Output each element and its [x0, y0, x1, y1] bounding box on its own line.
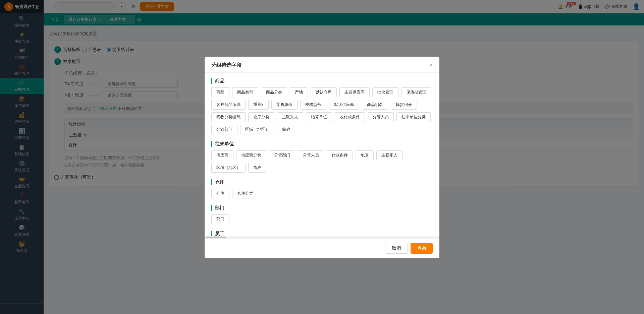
- field-tag-0-23[interactable]: 区域（地区）: [240, 125, 274, 134]
- field-section-4: 员工业务员: [211, 231, 433, 236]
- field-tag-0-18[interactable]: 结算单位: [306, 112, 332, 122]
- field-tag-1-5[interactable]: 地区: [356, 150, 374, 160]
- scrollbar-thumb-h: [206, 237, 226, 238]
- field-tag-0-20[interactable]: 分管人员: [368, 112, 394, 122]
- field-tag-1-6[interactable]: 主联系人: [376, 150, 402, 160]
- field-tag-0-5[interactable]: 主要供应商: [339, 87, 370, 97]
- field-tag-1-4[interactable]: 付款条件: [327, 150, 353, 160]
- field-tag-0-2[interactable]: 商品分类: [261, 87, 287, 97]
- field-tag-0-6[interactable]: 批次管理: [372, 87, 398, 97]
- field-tag-0-17[interactable]: 主联系人: [277, 112, 303, 122]
- field-tag-0-9[interactable]: 重量3: [248, 100, 269, 110]
- section-title-2: 仓库: [211, 179, 433, 185]
- cancel-button[interactable]: 取消: [385, 243, 408, 254]
- field-section-3: 部门部门: [211, 205, 433, 224]
- field-tag-0-15[interactable]: 税收分类编码: [211, 112, 246, 122]
- field-tag-0-1[interactable]: 商品类型: [232, 87, 258, 97]
- field-tag-0-10[interactable]: 零售单位: [271, 100, 298, 110]
- field-tag-0-16[interactable]: 仓库分类: [248, 112, 274, 122]
- field-tags-1: 供应商供应商分类分管部门分管人员付款条件地区主联系人区域（地区）简称: [211, 150, 433, 173]
- field-tag-0-21[interactable]: 往来单位分类: [396, 112, 431, 122]
- field-tag-0-14[interactable]: 拣货积分: [391, 100, 417, 110]
- field-tags-3: 部门: [211, 214, 433, 224]
- field-tag-1-0[interactable]: 供应商: [211, 150, 233, 160]
- field-tag-3-0[interactable]: 部门: [211, 214, 229, 224]
- modal: 分组待选字段 × 商品商品商品类型商品分类产地默认仓库主要供应商批次管理保质期管…: [205, 57, 439, 258]
- modal-title: 分组待选字段: [211, 62, 241, 68]
- field-section-2: 仓库仓库仓库分类: [211, 179, 433, 198]
- horizontal-scrollbar[interactable]: [205, 236, 439, 239]
- field-section-1: 往来单位供应商供应商分类分管部门分管人员付款条件地区主联系人区域（地区）简称: [211, 141, 433, 173]
- modal-close-btn[interactable]: ×: [430, 62, 433, 68]
- field-tag-2-0[interactable]: 仓库: [211, 189, 229, 198]
- field-tag-0-0[interactable]: 商品: [211, 87, 229, 97]
- field-tag-2-1[interactable]: 仓库分类: [232, 189, 258, 198]
- section-title-4: 员工: [211, 231, 433, 236]
- modal-overlay: 分组待选字段 × 商品商品商品类型商品分类产地默认仓库主要供应商批次管理保质期管…: [0, 0, 644, 314]
- confirm-button[interactable]: 查询: [411, 243, 433, 254]
- field-tag-0-4[interactable]: 默认仓库: [311, 87, 337, 97]
- field-tag-0-7[interactable]: 保质期管理: [401, 87, 431, 97]
- field-tags-0: 商品商品类型商品分类产地默认仓库主要供应商批次管理保质期管理客户商品编码重量3零…: [211, 87, 433, 134]
- field-tag-0-8[interactable]: 客户商品编码: [211, 100, 246, 110]
- field-tag-0-24[interactable]: 简称: [277, 125, 295, 134]
- field-tag-0-11[interactable]: 规格型号: [300, 100, 326, 110]
- field-tag-1-3[interactable]: 分管人员: [298, 150, 324, 160]
- section-title-3: 部门: [211, 205, 433, 211]
- field-tags-2: 仓库仓库分类: [211, 189, 433, 198]
- field-tag-1-7[interactable]: 区域（地区）: [211, 163, 246, 173]
- field-tag-0-13[interactable]: 商品别名: [362, 100, 388, 110]
- field-tag-0-3[interactable]: 产地: [290, 87, 308, 97]
- modal-header: 分组待选字段 ×: [205, 57, 439, 73]
- field-tag-1-8[interactable]: 简称: [248, 163, 266, 173]
- field-tag-1-1[interactable]: 供应商分类: [236, 150, 266, 160]
- modal-body: 商品商品商品类型商品分类产地默认仓库主要供应商批次管理保质期管理客户商品编码重量…: [205, 73, 439, 236]
- field-tag-0-19[interactable]: 收付款条件: [335, 112, 365, 122]
- section-title-1: 往来单位: [211, 141, 433, 147]
- field-tag-0-22[interactable]: 分管部门: [211, 125, 237, 134]
- section-title-0: 商品: [211, 78, 433, 84]
- field-section-0: 商品商品商品类型商品分类产地默认仓库主要供应商批次管理保质期管理客户商品编码重量…: [211, 78, 433, 134]
- modal-footer: 取消 查询: [205, 239, 439, 258]
- field-tag-1-2[interactable]: 分管部门: [269, 150, 295, 160]
- field-tag-0-12[interactable]: 默认供应商: [329, 100, 359, 110]
